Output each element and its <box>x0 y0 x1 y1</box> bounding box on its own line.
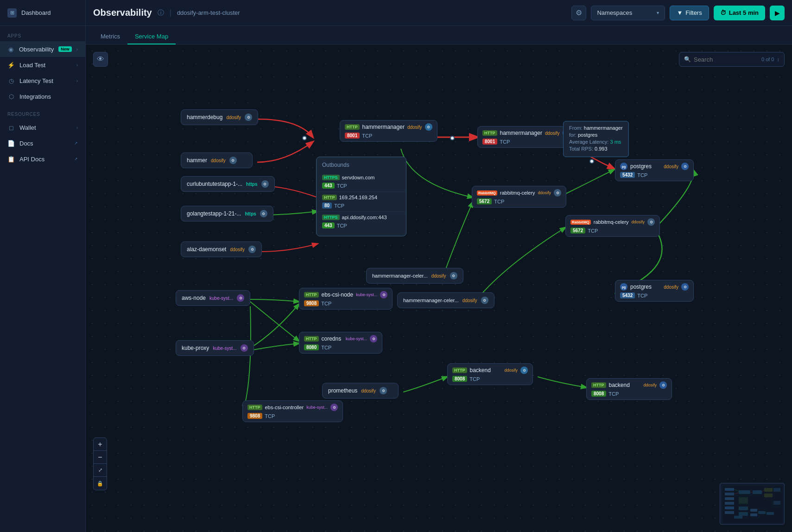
chevron-right-icon: › <box>76 78 78 83</box>
zoom-in-button[interactable]: + <box>94 438 107 451</box>
postgres-icon: pg <box>620 283 627 291</box>
node-kube-proxy[interactable]: kube-proxy kube-syst... ⚙ <box>176 340 254 356</box>
node-hammerdebug[interactable]: hammerdebug ddosify ⚙ <box>181 109 258 125</box>
fit-view-button[interactable]: ⤢ <box>94 464 107 477</box>
node-rabbitmq2[interactable]: RabbitMQ rabbitmq-celery ddosify ⚙ 5672 … <box>565 215 660 237</box>
observability-icon: ◉ <box>7 45 14 53</box>
tab-metrics[interactable]: Metrics <box>93 29 127 44</box>
node-ebs-csi-controller[interactable]: HTTP ebs-csi-controller kube-syst... ⚙ 9… <box>242 400 343 422</box>
svg-rect-16 <box>750 509 757 512</box>
docs-icon: 📄 <box>7 139 15 147</box>
service-icon: ⚙ <box>425 123 432 131</box>
node-hammer[interactable]: hammer ddosify ⚙ <box>181 152 253 168</box>
svg-rect-9 <box>764 494 773 497</box>
service-icon: ⚙ <box>245 114 252 121</box>
eye-button[interactable]: 👁 <box>93 52 108 67</box>
node-backend1[interactable]: HTTP backend ddosify ⚙ 8008 TCP <box>447 363 533 385</box>
node-ebs-csi-node[interactable]: HTTP ebs-csi-node kube-syst... ⚙ 9808 TC… <box>299 288 393 310</box>
sidebar-item-api-docs[interactable]: 📋 API Docs ↗ <box>0 151 85 167</box>
external-link-icon: ↗ <box>74 141 78 146</box>
connection-tooltip: From: hammermanager for: postgres Averag… <box>563 121 629 157</box>
main-content: Observability ⓘ | ddosify-arm-test-clust… <box>86 0 792 532</box>
lock-button[interactable]: 🔒 <box>94 477 107 490</box>
node-alaz[interactable]: alaz-daemonset ddosify ⚙ <box>181 241 262 257</box>
outbound-item: HTTP 169.254.169.254 80 TCP <box>317 192 406 212</box>
filter-icon: ▼ <box>677 9 683 16</box>
minimap <box>720 483 785 525</box>
zoom-out-button[interactable]: − <box>94 451 107 464</box>
node-golang[interactable]: golangtestapp-1-21-... https ⚙ <box>181 206 273 222</box>
search-count: 0 of 0 <box>761 57 774 62</box>
sidebar-item-latency-test[interactable]: ◷ Latency Test › <box>0 73 85 89</box>
postgres-icon: pg <box>620 163 627 170</box>
sidebar-item-observability[interactable]: ◉ Observability New › <box>0 41 85 57</box>
settings-button[interactable]: ⚙ <box>571 6 586 20</box>
run-button[interactable]: ▶ <box>770 6 785 20</box>
home-icon: ⊞ <box>7 8 17 18</box>
svg-rect-2 <box>725 493 734 495</box>
info-icon[interactable]: ⓘ <box>158 9 164 17</box>
service-icon: ⚙ <box>330 404 338 411</box>
node-hammermanager1[interactable]: HTTP hammermanager ddosify ⚙ 8001 TCP <box>340 120 437 142</box>
node-hammerceler2[interactable]: hammermanager-celer... ddosify ⚙ <box>397 292 494 308</box>
service-icon: ⚙ <box>370 335 377 342</box>
separator: | <box>170 9 171 17</box>
node-aws[interactable]: aws-node kube-syst... ⚙ <box>176 290 250 306</box>
node-curl[interactable]: curlubuntutestapp-1-... https ⚙ <box>181 176 275 192</box>
svg-rect-12 <box>739 507 748 510</box>
node-coredns[interactable]: HTTP coredns kube-syst... ⚙ 8080 TCP <box>299 332 382 354</box>
outbounds-panel: Outbounds HTTPS servdown.com 443 TCP HTT… <box>316 157 406 236</box>
node-backend2[interactable]: HTTP backend ddosify ⚙ 8008 TCP <box>586 378 672 400</box>
node-postgres1[interactable]: pg postgres ddosify ⚙ 5432 TCP <box>615 159 694 181</box>
external-link-icon: ↗ <box>74 157 78 161</box>
tabs: Metrics Service Map <box>86 26 792 44</box>
clock-icon: ⏱ <box>720 9 726 16</box>
service-icon: ⚙ <box>554 189 561 196</box>
connection-dot <box>450 136 455 140</box>
sidebar-item-integrations[interactable]: ⬡ Integrations <box>0 89 85 104</box>
node-hammerceler1[interactable]: hammermanager-celer... ddosify ⚙ <box>366 268 463 284</box>
node-hammermanager2[interactable]: HTTP hammermanager ddosify ⚙ 8001 TCP <box>477 126 575 148</box>
rabbitmq-icon: RabbitMQ <box>570 220 591 225</box>
sidebar-item-load-test[interactable]: ⚡ Load Test › <box>0 57 85 73</box>
dashboard-label[interactable]: Dashboard <box>21 9 51 16</box>
cluster-name: ddosify-arm-test-cluster <box>177 9 240 16</box>
sidebar-item-docs[interactable]: 📄 Docs ↗ <box>0 135 85 151</box>
svg-rect-1 <box>725 488 734 491</box>
chevron-right-icon: › <box>76 125 78 130</box>
service-icon: ⚙ <box>260 210 267 217</box>
svg-rect-20 <box>767 512 774 515</box>
svg-rect-18 <box>734 516 742 519</box>
tab-service-map[interactable]: Service Map <box>127 29 176 44</box>
zoom-controls: + − ⤢ 🔒 <box>93 437 107 490</box>
service-icon: ⚙ <box>237 294 244 302</box>
svg-rect-7 <box>753 490 762 494</box>
service-icon: ⚙ <box>520 367 528 374</box>
node-rabbitmq1[interactable]: RabbitMQ rabbitmq-celery ddosify ⚙ 5672 … <box>472 186 566 208</box>
topbar-actions: ⚙ Namespaces ▾ ▼ Filters ⏱ Last 5 min ▶ <box>571 6 785 20</box>
search-icon: 🔍 <box>684 56 691 63</box>
service-icon: ⚙ <box>681 163 689 170</box>
service-icon: ⚙ <box>681 283 689 291</box>
svg-rect-19 <box>758 511 766 514</box>
node-postgres2[interactable]: pg postgres ddosify ⚙ 5432 TCP <box>615 280 694 302</box>
node-prometheus[interactable]: prometheus ddosify ⚙ <box>322 383 399 399</box>
resources-section-label: RESOURCES <box>0 104 85 120</box>
service-map[interactable]: 👁 🔍 0 of 0 ↕ hammerdebug ddosify ⚙ hamme… <box>86 44 792 532</box>
svg-rect-6 <box>739 497 748 504</box>
search-input[interactable] <box>694 56 759 63</box>
svg-rect-13 <box>739 512 748 516</box>
svg-rect-10 <box>773 488 780 492</box>
connection-dot <box>589 159 594 164</box>
filters-button[interactable]: ▼ Filters <box>670 6 709 20</box>
sidebar: ⊞ Dashboard APPS ◉ Observability New › ⚡… <box>0 0 86 532</box>
svg-rect-4 <box>725 502 734 505</box>
latency-test-icon: ◷ <box>7 77 15 84</box>
apps-section-label: APPS <box>0 26 85 41</box>
topbar: Observability ⓘ | ddosify-arm-test-clust… <box>86 0 792 26</box>
service-icon: ⚙ <box>380 291 387 298</box>
load-test-icon: ⚡ <box>7 61 15 69</box>
time-range-button[interactable]: ⏱ Last 5 min <box>714 6 765 20</box>
sidebar-item-wallet[interactable]: ◻ Wallet › <box>0 120 85 135</box>
namespace-selector[interactable]: Namespaces ▾ <box>591 6 665 20</box>
